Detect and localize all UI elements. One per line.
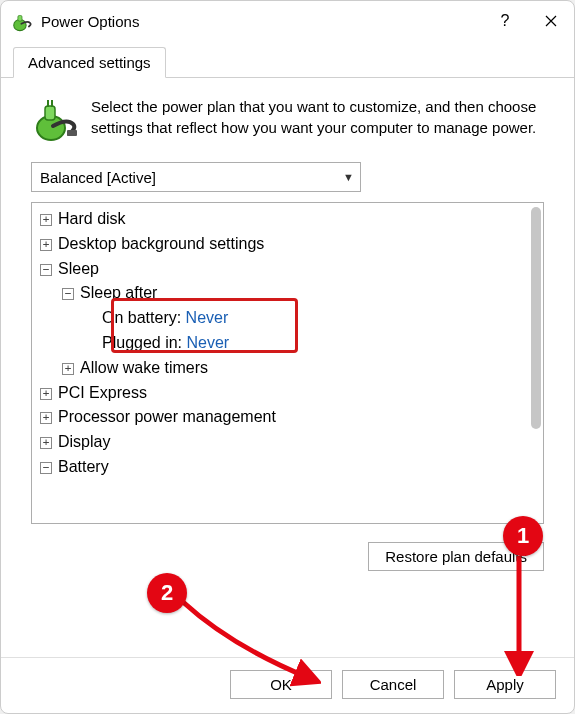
power-plan-icon	[31, 96, 79, 144]
tree-item-on-battery[interactable]: On battery: Never	[84, 306, 529, 331]
tab-advanced-settings[interactable]: Advanced settings	[13, 47, 166, 78]
close-icon	[545, 15, 557, 27]
expand-icon[interactable]: +	[40, 239, 52, 251]
window-title: Power Options	[41, 13, 482, 30]
power-plan-selected: Balanced [Active]	[40, 169, 156, 186]
on-battery-value[interactable]: Never	[186, 309, 229, 326]
expand-icon[interactable]: +	[62, 363, 74, 375]
svg-rect-1	[18, 16, 22, 22]
tree-item-battery[interactable]: −Battery	[40, 455, 529, 480]
chevron-down-icon: ▼	[343, 171, 354, 183]
tree-item-allow-wake-timers[interactable]: +Allow wake timers	[62, 356, 529, 381]
restore-defaults-button[interactable]: Restore plan defaults	[368, 542, 544, 571]
power-options-dialog: Power Options ? Advanced settings	[0, 0, 575, 714]
tree-item-desktop-background[interactable]: +Desktop background settings	[40, 232, 529, 257]
apply-button[interactable]: Apply	[454, 670, 556, 699]
intro-row: Select the power plan that you want to c…	[31, 96, 544, 144]
power-options-icon	[11, 10, 33, 32]
settings-tree-container: +Hard disk +Desktop background settings …	[31, 202, 544, 524]
tree-item-hard-disk[interactable]: +Hard disk	[40, 207, 529, 232]
svg-rect-5	[51, 100, 53, 107]
dialog-content: Select the power plan that you want to c…	[1, 78, 574, 657]
svg-rect-6	[67, 130, 77, 136]
expand-icon[interactable]: +	[40, 388, 52, 400]
collapse-icon[interactable]: −	[62, 288, 74, 300]
help-button[interactable]: ?	[482, 1, 528, 41]
intro-text: Select the power plan that you want to c…	[91, 96, 544, 138]
ok-button[interactable]: OK	[230, 670, 332, 699]
tree-item-plugged-in[interactable]: Plugged in: Never	[84, 331, 529, 356]
scrollbar-thumb[interactable]	[531, 207, 541, 429]
plugged-in-value[interactable]: Never	[187, 334, 230, 351]
tree-item-sleep-after[interactable]: −Sleep after On battery: Never Plugged i…	[62, 281, 529, 355]
expand-icon[interactable]: +	[40, 412, 52, 424]
settings-tree[interactable]: +Hard disk +Desktop background settings …	[32, 203, 529, 523]
expand-icon[interactable]: +	[40, 437, 52, 449]
tree-item-sleep[interactable]: −Sleep −Sleep after On battery: Never	[40, 257, 529, 381]
expand-icon[interactable]: +	[40, 214, 52, 226]
collapse-icon[interactable]: −	[40, 462, 52, 474]
tree-item-display[interactable]: +Display	[40, 430, 529, 455]
dialog-footer: OK Cancel Apply	[1, 657, 574, 713]
svg-rect-4	[47, 100, 49, 107]
tree-item-pci-express[interactable]: +PCI Express	[40, 381, 529, 406]
collapse-icon[interactable]: −	[40, 264, 52, 276]
tab-strip: Advanced settings	[1, 41, 574, 78]
close-button[interactable]	[528, 1, 574, 41]
svg-rect-3	[45, 106, 55, 120]
tree-item-processor-power-management[interactable]: +Processor power management	[40, 405, 529, 430]
power-plan-select[interactable]: Balanced [Active] ▼	[31, 162, 361, 192]
vertical-scrollbar[interactable]	[529, 203, 543, 523]
cancel-button[interactable]: Cancel	[342, 670, 444, 699]
title-bar: Power Options ?	[1, 1, 574, 41]
